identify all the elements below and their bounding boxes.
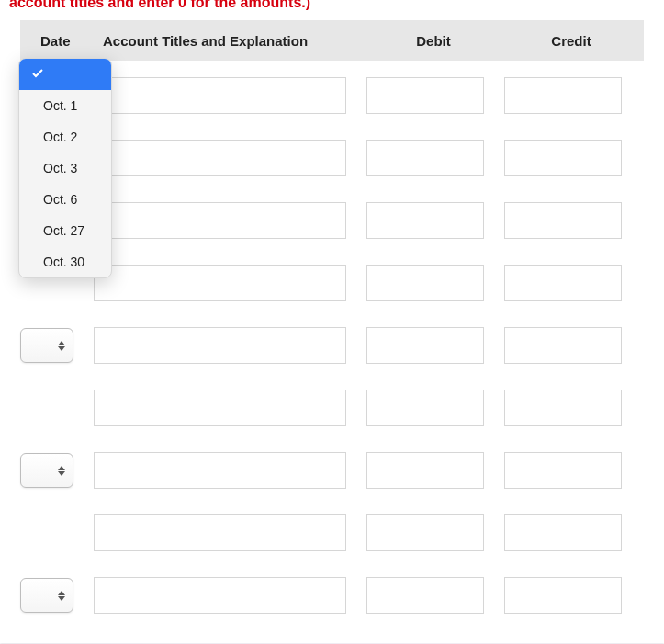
date-dropdown[interactable]: Oct. 1 Oct. 2 Oct. 3 Oct. 6 Oct. 27 Oct.… (18, 58, 112, 278)
header-debit: Debit (365, 33, 502, 49)
table-row (20, 265, 644, 301)
date-option[interactable]: Oct. 2 (19, 121, 111, 153)
debit-input[interactable] (366, 265, 484, 301)
debit-input[interactable] (366, 202, 484, 239)
header-credit: Credit (502, 33, 640, 49)
table-row (20, 202, 644, 239)
table-body: Oct. 1 Oct. 2 Oct. 3 Oct. 6 Oct. 27 Oct.… (20, 61, 644, 614)
account-input[interactable] (94, 514, 346, 551)
header-date: Date (20, 33, 94, 49)
account-input[interactable] (94, 327, 346, 364)
date-option[interactable]: Oct. 30 (19, 246, 111, 277)
table-row (20, 77, 644, 114)
account-input[interactable] (94, 77, 346, 114)
table-row (20, 514, 644, 551)
date-select[interactable] (20, 578, 73, 613)
date-option[interactable]: Oct. 6 (19, 184, 111, 215)
debit-input[interactable] (366, 140, 484, 176)
instruction-text: account titles and enter 0 for the amoun… (0, 0, 664, 20)
check-icon (32, 67, 43, 82)
credit-input[interactable] (504, 452, 622, 489)
table-row (20, 577, 644, 614)
debit-input[interactable] (366, 577, 484, 614)
debit-input[interactable] (366, 77, 484, 114)
debit-input[interactable] (366, 327, 484, 364)
credit-input[interactable] (504, 514, 622, 551)
date-select[interactable] (20, 328, 73, 363)
date-option[interactable]: Oct. 1 (19, 90, 111, 121)
date-option[interactable]: Oct. 27 (19, 215, 111, 246)
credit-input[interactable] (504, 577, 622, 614)
account-input[interactable] (94, 452, 346, 489)
credit-input[interactable] (504, 265, 622, 301)
account-input[interactable] (94, 577, 346, 614)
debit-input[interactable] (366, 390, 484, 426)
account-input[interactable] (94, 265, 346, 301)
chevron-updown-icon (58, 341, 65, 351)
account-input[interactable] (94, 390, 346, 426)
date-option[interactable]: Oct. 3 (19, 153, 111, 184)
chevron-updown-icon (58, 466, 65, 476)
credit-input[interactable] (504, 327, 622, 364)
table-row (20, 390, 644, 426)
account-input[interactable] (94, 202, 346, 239)
chevron-updown-icon (58, 591, 65, 601)
date-select[interactable] (20, 453, 73, 488)
credit-input[interactable] (504, 77, 622, 114)
date-option-check[interactable] (19, 59, 111, 90)
table-row (20, 452, 644, 489)
debit-input[interactable] (366, 452, 484, 489)
header-account: Account Titles and Explanation (94, 33, 365, 49)
table-row (20, 140, 644, 176)
table-header: Date Account Titles and Explanation Debi… (20, 20, 644, 61)
credit-input[interactable] (504, 202, 622, 239)
credit-input[interactable] (504, 140, 622, 176)
account-input[interactable] (94, 140, 346, 176)
credit-input[interactable] (504, 390, 622, 426)
table-row (20, 327, 644, 364)
debit-input[interactable] (366, 514, 484, 551)
